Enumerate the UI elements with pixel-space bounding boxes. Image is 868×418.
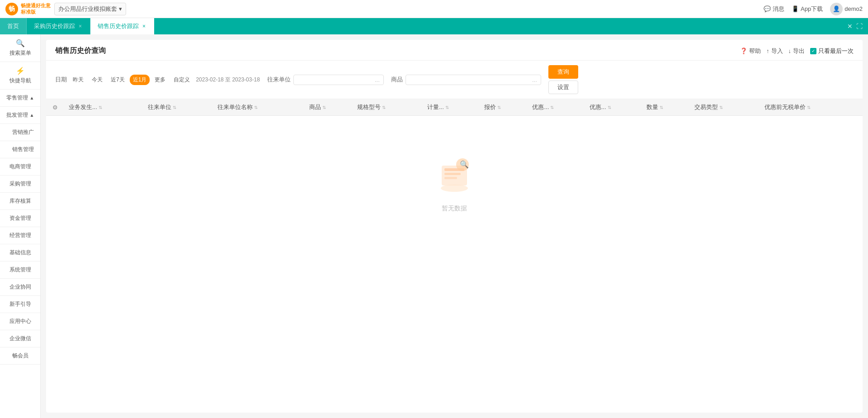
import-icon: ↑ — [766, 48, 769, 54]
table-area: ⚙ 业务发生... ⇅ 往来单位 — [46, 99, 863, 413]
sort-icon-biz-date: ⇅ — [99, 105, 102, 110]
th-settings[interactable]: ⚙ — [46, 99, 64, 116]
app-center-label: 应用中心 — [9, 318, 31, 325]
th-product[interactable]: 商品 ⇅ — [305, 99, 353, 116]
wholesale-mgmt-label: 批发管理 — [6, 111, 28, 119]
sidebar-item-search-menu[interactable]: 🔍 搜索菜单 — [0, 34, 40, 62]
retail-arrow-icon: ▲ — [30, 95, 34, 100]
sidebar-item-app-center[interactable]: 应用中心 — [0, 313, 40, 330]
inventory-label: 库存核算 — [9, 197, 31, 205]
message-action[interactable]: 💬 消息 — [764, 5, 784, 13]
th-counterpart-name[interactable]: 往来单位名称 ⇅ — [213, 99, 305, 116]
th-unit[interactable]: 计量... ⇅ — [423, 99, 480, 116]
import-btn[interactable]: ↑ 导入 — [766, 47, 783, 55]
product-input-area[interactable]: ... — [406, 75, 541, 85]
th-quantity[interactable]: 数量 ⇅ — [642, 99, 690, 116]
sidebar-item-system[interactable]: 系统管理 — [0, 261, 40, 279]
sidebar-item-inventory[interactable]: 库存核算 — [0, 193, 40, 210]
date-btn-last7[interactable]: 近7天 — [108, 75, 128, 85]
export-icon: ↓ — [788, 48, 792, 54]
date-btn-more[interactable]: 更多 — [151, 75, 169, 85]
sidebar-item-quick-nav[interactable]: ⚡ 快捷导航 — [0, 62, 40, 90]
search-menu-label: 搜索菜单 — [9, 49, 31, 57]
sort-icon-quantity: ⇅ — [660, 105, 663, 110]
th-discount2[interactable]: 优惠... ⇅ — [585, 99, 642, 116]
tab-sales-history[interactable]: 销售历史价跟踪 × — [90, 18, 154, 34]
only-last-checkbox[interactable]: ✓ 只看最后一次 — [810, 47, 854, 55]
retail-mgmt-label: 零售管理 — [6, 94, 28, 102]
sidebar-item-finance[interactable]: 资金管理 — [0, 210, 40, 227]
sort-icon-counterpart-code: ⇅ — [173, 105, 176, 110]
data-table: ⚙ 业务发生... ⇅ 往来单位 — [46, 99, 863, 116]
th-price-no-tax[interactable]: 优惠前无税单价 ⇅ — [760, 99, 863, 116]
marketing-label: 营销推广 — [12, 128, 34, 136]
query-button[interactable]: 查询 — [548, 65, 578, 79]
date-btn-last1month[interactable]: 近1月 — [130, 75, 150, 85]
sidebar-item-sales-mgmt[interactable]: 销售管理 — [0, 141, 40, 158]
sidebar-item-wechat[interactable]: 企业微信 — [0, 330, 40, 347]
svg-rect-4 — [444, 177, 457, 179]
product-dots-icon[interactable]: ... — [532, 76, 537, 83]
sidebar-item-wholesale-mgmt[interactable]: 批发管理 ▲ — [0, 107, 40, 124]
sidebar-item-guide[interactable]: 新手引导 — [0, 296, 40, 313]
page-header: 销售历史价查询 ❓ 帮助 ↑ 导入 ↓ 导出 ✓ — [46, 40, 863, 61]
date-btn-today[interactable]: 今天 — [89, 75, 106, 85]
sort-icon-counterpart-name: ⇅ — [254, 105, 258, 110]
message-icon: 💬 — [764, 5, 771, 12]
th-spec[interactable]: 规格型号 ⇅ — [353, 99, 423, 116]
sidebar: 🔍 搜索菜单 ⚡ 快捷导航 零售管理 ▲ 批发管理 ▲ 营销推广 销售管理 电商… — [0, 34, 41, 418]
sidebar-item-purchase-mgmt[interactable]: 采购管理 — [0, 176, 40, 193]
help-btn[interactable]: ❓ 帮助 — [740, 47, 761, 55]
quick-nav-icon: ⚡ — [16, 66, 25, 75]
tab-controls: ✕ ⛶ — [842, 18, 868, 34]
settings-icon[interactable]: ⚙ — [52, 104, 58, 111]
svg-point-0 — [441, 185, 468, 192]
sidebar-item-basic-info[interactable]: 基础信息 — [0, 244, 40, 261]
header-left: 畅 畅捷通好生意 标准版 办公用品行业模拟账套 ▾ — [5, 3, 126, 15]
product-input[interactable] — [410, 76, 532, 83]
sort-icon-discount1: ⇅ — [550, 105, 554, 110]
operations-label: 经营管理 — [9, 232, 31, 239]
sidebar-item-operations[interactable]: 经营管理 — [0, 227, 40, 244]
sidebar-item-enterprise[interactable]: 企业协同 — [0, 279, 40, 296]
th-biz-date[interactable]: 业务发生... ⇅ — [64, 99, 143, 116]
purchase-tab-close[interactable]: × — [78, 22, 83, 30]
counterpart-input-area[interactable]: ... — [293, 75, 384, 85]
user-area[interactable]: 👤 demo2 — [830, 3, 863, 15]
sidebar-item-ecommerce[interactable]: 电商管理 — [0, 158, 40, 176]
settings-button[interactable]: 设置 — [548, 81, 578, 94]
sidebar-item-marketing[interactable]: 营销推广 — [0, 124, 40, 141]
search-menu-icon: 🔍 — [16, 39, 25, 48]
counterpart-filter-group: 往来单位 ... — [267, 75, 384, 85]
checkbox-icon: ✓ — [810, 48, 816, 54]
ecommerce-label: 电商管理 — [9, 163, 31, 171]
close-tab-btn[interactable]: ✕ — [847, 23, 853, 30]
sidebar-item-member[interactable]: 畅会员 — [0, 347, 40, 365]
tab-purchase-history[interactable]: 采购历史价跟踪 × — [27, 18, 90, 34]
tab-home[interactable]: 首页 — [0, 18, 27, 34]
sort-icon-quoted-price: ⇅ — [497, 105, 501, 110]
app-download-action[interactable]: 📱 App下载 — [792, 5, 823, 13]
table-header-row: ⚙ 业务发生... ⇅ 往来单位 — [46, 99, 863, 116]
finance-label: 资金管理 — [9, 214, 31, 222]
logo-area: 畅 畅捷通好生意 标准版 — [5, 3, 51, 15]
th-discount1[interactable]: 优惠... ⇅ — [528, 99, 585, 116]
purchase-mgmt-label: 采购管理 — [9, 180, 31, 188]
export-btn[interactable]: ↓ 导出 — [788, 47, 805, 55]
date-range-display: 2023-02-18 至 2023-03-18 — [196, 76, 259, 84]
filter-bar: 日期 昨天 今天 近7天 近1月 更多 自定义 2023-02-18 至 202… — [46, 61, 863, 99]
sales-tab-close[interactable]: × — [142, 22, 146, 30]
th-counterpart-code[interactable]: 往来单位 ⇅ — [143, 99, 213, 116]
date-btn-custom[interactable]: 自定义 — [170, 75, 193, 85]
counterpart-input[interactable] — [297, 76, 375, 83]
counterpart-dots-icon[interactable]: ... — [375, 76, 380, 83]
account-selector[interactable]: 办公用品行业模拟账套 ▾ — [54, 3, 126, 15]
date-btn-yesterday[interactable]: 昨天 — [70, 75, 87, 85]
th-trade-type[interactable]: 交易类型 ⇅ — [690, 99, 760, 116]
sidebar-item-retail-mgmt[interactable]: 零售管理 ▲ — [0, 90, 40, 107]
th-quoted-price[interactable]: 报价 ⇅ — [480, 99, 528, 116]
download-icon: 📱 — [792, 5, 799, 12]
sales-tab-label: 销售历史价跟踪 — [98, 22, 139, 30]
logo-icon: 畅 — [5, 3, 18, 15]
fullscreen-btn[interactable]: ⛶ — [856, 23, 863, 30]
